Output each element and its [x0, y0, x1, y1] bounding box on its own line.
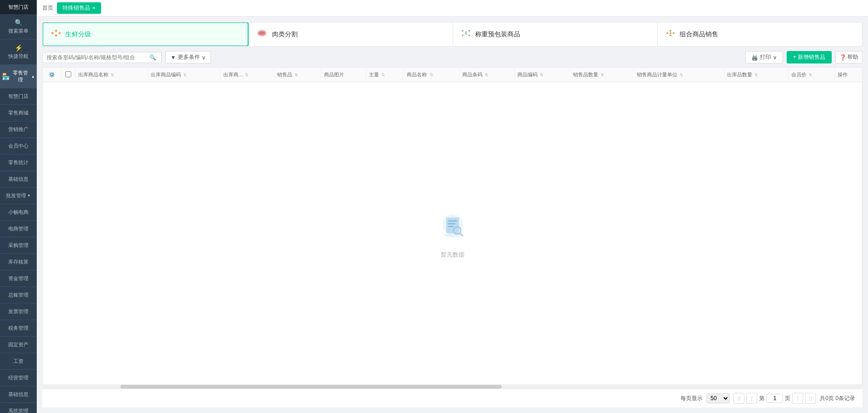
content: 生鲜分级 肉类分割 — [37, 17, 868, 413]
help-button[interactable]: ❓ 帮助 — [835, 51, 862, 63]
page-size-select[interactable]: 50 100 200 — [706, 393, 730, 403]
wholesale-arrow: ▼ — [27, 194, 31, 198]
filter-down-icon: ∨ — [202, 54, 206, 61]
sidebar-item-payroll[interactable]: 工资 — [0, 353, 37, 370]
svg-point-16 — [669, 32, 671, 34]
sidebar-item-quick-nav[interactable]: ⚡ 快捷导航 — [0, 40, 37, 65]
sidebar-item-capital-mgmt[interactable]: 资金管理 — [0, 270, 37, 287]
sidebar-item-system-mgmt[interactable]: 系统管理 — [0, 403, 37, 413]
retail-mgmt-arrow: ▲ — [31, 75, 35, 79]
sidebar-item-invoice-mgmt[interactable]: 发票管理 — [0, 304, 37, 320]
quick-nav-icon: ⚡ — [15, 44, 23, 52]
sidebar-item-retail-mgmt[interactable]: 🏪 零售管理 ▲ — [0, 65, 37, 88]
search-menu-icon: 🔍 — [15, 19, 23, 26]
sort-icon-goods-barcode: ⇅ — [485, 73, 488, 77]
svg-point-0 — [51, 32, 54, 34]
page-first-button[interactable]: ⟨⟨ — [733, 393, 744, 404]
svg-rect-22 — [448, 226, 454, 227]
sidebar-item-retail-mall[interactable]: 零售商城 — [0, 105, 37, 121]
svg-point-8 — [468, 30, 470, 32]
sidebar-item-basic-info[interactable]: 基础信息 — [0, 171, 37, 188]
hscroll-bar[interactable] — [42, 385, 862, 389]
sidebar-item-mini-ecommerce[interactable]: 小畅电商 — [0, 204, 37, 221]
svg-point-13 — [669, 30, 671, 32]
func-tab-combo-sales[interactable]: 组合商品销售 — [658, 23, 862, 46]
sidebar-item-general-ledger[interactable]: 总账管理 — [0, 287, 37, 304]
func-tabs: 生鲜分级 肉类分割 — [42, 22, 862, 46]
sidebar-item-ops-mgmt[interactable]: 经营管理 — [0, 370, 37, 386]
th-goods-code[interactable]: 商品编码 ⇅ — [515, 68, 570, 82]
sidebar-item-fixed-assets[interactable]: 固定资产 — [0, 337, 37, 353]
topbar-home[interactable]: 首页 — [42, 4, 53, 12]
empty-icon — [434, 208, 471, 245]
svg-point-10 — [465, 33, 467, 35]
th-sales-qty[interactable]: 销售品数量 ⇅ — [570, 68, 634, 82]
page-last-button[interactable]: ⟩⟩ — [805, 393, 816, 404]
svg-point-15 — [669, 34, 671, 36]
sort-icon-out-qty: ⇅ — [755, 73, 758, 77]
sidebar: 智慧门店 🔍 搜索菜单 ⚡ 快捷导航 🏪 零售管理 ▲ 智慧门店 零售商城 营销… — [0, 0, 37, 413]
sidebar-item-wholesale-mgmt[interactable]: 批发管理 ▼ — [0, 188, 37, 204]
select-all-checkbox[interactable] — [65, 71, 71, 77]
empty-text: 暂无数据 — [441, 251, 465, 259]
sidebar-item-inventory[interactable]: 库存核算 — [0, 254, 37, 270]
svg-point-9 — [462, 34, 464, 36]
search-icon[interactable]: 🔍 — [149, 54, 156, 61]
th-settings[interactable]: ⚙️ — [43, 68, 61, 82]
filter-button[interactable]: ▼ 更多条件 ∨ — [165, 51, 211, 63]
sidebar-item-sales-promo[interactable]: 营销推广 — [0, 121, 37, 138]
data-table: ⚙️ 出库商品名称 ⇅ 出库商品编码 ⇅ — [43, 68, 862, 82]
th-goods-barcode[interactable]: 商品条码 ⇅ — [459, 68, 514, 82]
sidebar-item-search-menu[interactable]: 🔍 搜索菜单 — [0, 14, 37, 40]
func-tab-fresh-grading[interactable]: 生鲜分级 — [42, 22, 249, 46]
func-tab-weigh-prepack[interactable]: 称重预包装商品 — [453, 23, 658, 46]
th-checkbox[interactable] — [61, 68, 75, 82]
search-box[interactable]: 🔍 — [42, 52, 162, 63]
add-sales-item-button[interactable]: + 新增销售品 — [787, 51, 832, 63]
th-out-goods-spec[interactable]: 出库商... ⇅ — [221, 68, 274, 82]
search-input[interactable] — [46, 54, 148, 61]
sidebar-item-purchase-mgmt[interactable]: 采购管理 — [0, 237, 37, 254]
sidebar-item-retail-stats[interactable]: 零售统计 — [0, 155, 37, 171]
th-member-price[interactable]: 会员价 ⇅ — [788, 68, 835, 82]
empty-state: 暂无数据 — [43, 82, 862, 384]
th-main-qty[interactable]: 主量 ⇅ — [366, 68, 404, 82]
toolbar: 🔍 ▼ 更多条件 ∨ 🖨️ 打印 ∨ + 新增销售品 ❓ — [42, 51, 862, 63]
print-icon: 🖨️ — [751, 54, 758, 61]
th-out-goods-code[interactable]: 出库商品编码 ⇅ — [148, 68, 220, 82]
sidebar-item-member-center[interactable]: 会员中心 — [0, 138, 37, 155]
page-label-after: 页 — [785, 395, 790, 402]
main-area: 首页 特殊销售品 ✕ 生鲜分级 — [37, 0, 868, 413]
hscroll-thumb[interactable] — [120, 385, 502, 389]
table-wrapper: ⚙️ 出库商品名称 ⇅ 出库商品编码 ⇅ — [42, 67, 862, 385]
page-prev-button[interactable]: ⟨ — [746, 393, 757, 404]
th-sales-unit[interactable]: 销售商品计量单位 ⇅ — [634, 68, 724, 82]
th-out-qty[interactable]: 出库品数量 ⇅ — [724, 68, 788, 82]
svg-point-11 — [468, 34, 470, 36]
page-label-before: 第 — [759, 395, 765, 402]
th-out-goods-name[interactable]: 出库商品名称 ⇅ — [75, 68, 148, 82]
sidebar-item-basic-info2[interactable]: 基础信息 — [0, 386, 37, 403]
weigh-prepack-label: 称重预包装商品 — [475, 30, 520, 39]
tab-close-icon[interactable]: ✕ — [92, 6, 96, 11]
page-next-button[interactable]: ⟩ — [792, 393, 803, 404]
page-nav: ⟨⟨ ⟨ 第 页 ⟩ ⟩⟩ — [733, 393, 816, 404]
topbar-tab-special-sales[interactable]: 特殊销售品 ✕ — [57, 2, 101, 14]
print-button[interactable]: 🖨️ 打印 ∨ — [745, 51, 783, 63]
th-goods-image[interactable]: 商品图片 — [321, 68, 366, 82]
svg-point-7 — [465, 31, 467, 33]
func-tab-meat-cutting[interactable]: 肉类分割 — [248, 23, 453, 46]
table-header-row: ⚙️ 出库商品名称 ⇅ 出库商品编码 ⇅ — [43, 68, 862, 82]
sidebar-item-smart-store[interactable]: 智慧门店 — [0, 88, 37, 105]
svg-rect-21 — [448, 223, 455, 224]
svg-point-5 — [259, 31, 265, 35]
combo-sales-label: 组合商品销售 — [680, 30, 718, 39]
th-sales-item[interactable]: 销售品 ⇅ — [274, 68, 321, 82]
sidebar-item-tax-mgmt[interactable]: 税务管理 — [0, 320, 37, 337]
page-number-input[interactable] — [766, 394, 783, 403]
sort-icon-goods-name: ⇅ — [430, 73, 433, 77]
svg-point-3 — [55, 34, 57, 37]
th-goods-name[interactable]: 商品名称 ⇅ — [404, 68, 459, 82]
settings-icon[interactable]: ⚙️ — [49, 72, 55, 77]
sidebar-item-ecommerce-mgmt[interactable]: 电商管理 — [0, 221, 37, 237]
